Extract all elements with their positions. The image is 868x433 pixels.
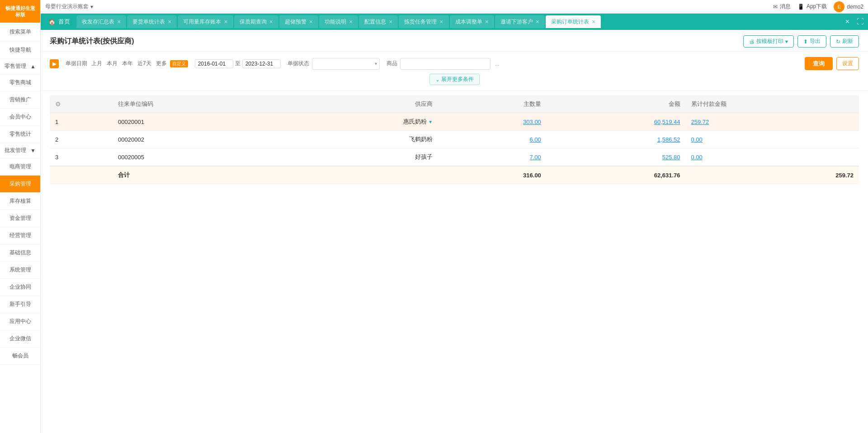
sidebar-item-sys-mgmt[interactable]: 系统管理	[0, 262, 40, 279]
sidebar-item-enterprise-wechat[interactable]: 企业微信	[0, 330, 40, 347]
tab-label: 配置信息	[364, 18, 386, 26]
setting-button[interactable]: 设置	[836, 57, 859, 70]
close-icon[interactable]: ×	[592, 18, 595, 25]
close-icon[interactable]: ×	[536, 18, 539, 25]
close-icon[interactable]: ×	[269, 18, 273, 25]
amount: 60,519.44	[547, 113, 686, 131]
sidebar-item-label: 库存核算	[9, 198, 31, 204]
filter-collapse-button[interactable]: ▶	[50, 59, 59, 68]
close-icon[interactable]: ×	[389, 18, 392, 25]
shortcut-this-month[interactable]: 本月	[105, 59, 119, 68]
sidebar-item-marketing[interactable]: 营销推广	[0, 91, 40, 109]
sidebar-item-retail-shop[interactable]: 零售商城	[0, 74, 40, 91]
table-row: 2 00020002 飞鹤奶粉 6.00 1,586.52 0.00	[50, 131, 859, 148]
date-to-input[interactable]	[242, 59, 281, 68]
query-button[interactable]: 查询	[805, 57, 833, 70]
tab-home[interactable]: 🏠 首页	[43, 15, 75, 28]
sidebar-item-enterprise-coop[interactable]: 企业协同	[0, 279, 40, 296]
workspace-name: 母婴行业演示账套	[45, 3, 89, 10]
sidebar-item-ecommerce-mgmt[interactable]: 电商管理	[0, 158, 40, 176]
sidebar-item-ops-mgmt[interactable]: 经营管理	[0, 227, 40, 244]
sidebar-item-basic-info[interactable]: 基础信息	[0, 244, 40, 262]
sidebar-item-label: 快捷导航	[9, 47, 31, 53]
workspace-selector[interactable]: 母婴行业演示账套 ▾	[45, 3, 93, 10]
sidebar-item-label: 批发管理	[5, 147, 26, 154]
tabbar-actions: × ⛶	[844, 17, 866, 27]
sidebar-item-quick-nav[interactable]: 快捷导航	[0, 42, 40, 59]
shortcut-more[interactable]: 更多	[155, 59, 168, 68]
tab-label: 采购订单统计表	[551, 18, 589, 26]
date-range-separator: 至	[235, 60, 241, 67]
tab-overstock-warning[interactable]: 超储预警 ×	[279, 15, 318, 28]
tab-picking-task[interactable]: 拣货任务管理 ×	[399, 15, 448, 28]
tab-collect-summary[interactable]: 收发存汇总表 ×	[76, 15, 126, 28]
close-icon[interactable]: ×	[224, 18, 227, 25]
fullscreen-action[interactable]: ⛶	[855, 17, 866, 27]
refresh-icon: ↻	[836, 38, 840, 45]
shortcut-this-year[interactable]: 本年	[121, 59, 134, 68]
app-download-btn[interactable]: 📱 App下载	[797, 3, 827, 10]
tab-expiry-query[interactable]: 保质期查询 ×	[234, 15, 278, 28]
close-icon[interactable]: ×	[168, 18, 171, 25]
sidebar-item-label: 系统管理	[9, 266, 31, 273]
tab-func-desc[interactable]: 功能说明 ×	[319, 15, 358, 28]
tab-goods-summary[interactable]: 要货单统计表 ×	[127, 15, 177, 28]
tab-invite-downstream[interactable]: 邀请下游客户 ×	[495, 15, 545, 28]
close-icon[interactable]: ×	[485, 18, 489, 25]
print-button[interactable]: 🖨 按模板打印 ▾	[743, 35, 794, 48]
sidebar-item-label: 新手引导	[9, 301, 31, 307]
date-from-input[interactable]	[195, 59, 233, 68]
sidebar-item-purchase-mgmt[interactable]: 采购管理	[0, 176, 40, 193]
sidebar-item-label: 企业协同	[9, 284, 31, 290]
goods-input[interactable]	[400, 58, 491, 70]
sidebar-item-retail-mgmt[interactable]: 零售管理 ▲	[0, 59, 40, 74]
main-area: 母婴行业演示账套 ▾ ✉ 消息 📱 App下载 E demo2 🏠 首页	[41, 0, 868, 433]
export-icon: ⬆	[803, 38, 808, 45]
more-options-icon[interactable]: ...	[493, 61, 501, 67]
shortcut-7-days[interactable]: 近7天	[136, 59, 153, 68]
status-select[interactable]	[312, 58, 380, 70]
sidebar-item-new-guide[interactable]: 新手引导	[0, 296, 40, 313]
sidebar-item-retail-stats[interactable]: 零售统计	[0, 126, 40, 143]
sidebar-item-label: 采购管理	[9, 181, 31, 187]
export-button[interactable]: ⬆ 导出	[797, 35, 826, 48]
close-tab-action[interactable]: ×	[844, 17, 851, 27]
page-header: 采购订单统计表(按供应商) 🖨 按模板打印 ▾ ⬆ 导出 ↻ 刷新	[41, 30, 868, 52]
col-supplier: 供应商	[286, 95, 439, 113]
close-icon[interactable]: ×	[309, 18, 313, 25]
sidebar-item-label: 电商管理	[9, 163, 31, 170]
close-icon[interactable]: ×	[439, 18, 443, 25]
tab-cost-adjust[interactable]: 成本调整单 ×	[450, 15, 494, 28]
shortcut-last-month[interactable]: 上月	[90, 59, 104, 68]
date-range-inputs: 至	[195, 59, 281, 68]
message-btn[interactable]: ✉ 消息	[773, 3, 791, 10]
sidebar-item-inventory[interactable]: 库存核算	[0, 193, 40, 210]
sidebar-item-wholesale-mgmt[interactable]: 批发管理 ▼	[0, 143, 40, 158]
unit-code: 00020001	[113, 113, 286, 131]
sidebar-item-label: 零售商城	[9, 79, 31, 86]
tab-config-info[interactable]: 配置信息 ×	[359, 15, 398, 28]
filter-row-main: ▶ 单据日期 上月 本月 本年 近7天 更多 自定义 至	[50, 57, 859, 70]
col-unit-code: 往来单位编码	[113, 95, 286, 113]
sidebar-item-capital-mgmt[interactable]: 资金管理	[0, 210, 40, 227]
sidebar-item-label: 经营管理	[9, 232, 31, 238]
search-menu-label[interactable]: 搜索菜单	[2, 26, 38, 38]
sidebar-item-app-center[interactable]: 应用中心	[0, 313, 40, 330]
expand-more-button[interactable]: ⌄ 展开更多条件	[429, 74, 480, 85]
sidebar-search-section[interactable]: 搜索菜单	[0, 23, 40, 42]
close-icon[interactable]: ×	[117, 18, 121, 25]
sidebar-item-members[interactable]: 会员中心	[0, 109, 40, 126]
settings-icon[interactable]: ⚙	[55, 100, 61, 108]
table-row: 1 00020001 惠氏奶粉 ▼ 303.00 60,519.44 259.7…	[50, 113, 859, 131]
user-menu[interactable]: E demo2	[834, 1, 863, 12]
tab-purchase-order-summary[interactable]: 采购订单统计表 ×	[546, 15, 601, 28]
footer-qty: 316.00	[438, 166, 547, 184]
close-icon[interactable]: ×	[349, 18, 353, 25]
tab-available-stock[interactable]: 可用量库存账本 ×	[178, 15, 233, 28]
supplier-name: 惠氏奶粉 ▼	[286, 113, 439, 131]
sidebar-item-vip[interactable]: 畅会员	[0, 347, 40, 365]
logo-text: 畅捷通好生意标版	[5, 5, 35, 18]
chevron-down-icon: ⌄	[435, 76, 440, 83]
amount: 525.80	[547, 148, 686, 167]
refresh-button[interactable]: ↻ 刷新	[830, 35, 859, 48]
